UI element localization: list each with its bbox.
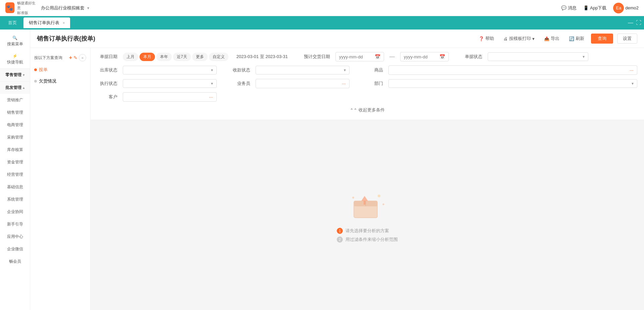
expected-date-label: 预计交货日期 bbox=[304, 54, 330, 60]
goods-select[interactable]: ··· bbox=[388, 65, 637, 75]
breadcrumb-dropdown-icon[interactable]: ▾ bbox=[87, 6, 89, 10]
sidebar-item-marketing[interactable]: 营销推广 bbox=[0, 94, 30, 106]
customer-label: 客户 bbox=[97, 94, 117, 100]
sidebar-item-wechat[interactable]: 企业微信 bbox=[0, 243, 30, 255]
status-dropdown-icon: ▾ bbox=[583, 54, 585, 59]
empty-illustration bbox=[347, 188, 387, 221]
sidebar-item-finance[interactable]: 资金管理 bbox=[0, 156, 30, 168]
department-label: 部门 bbox=[363, 81, 383, 87]
filter-row-2: 出库状态 ▾ 收款状态 ▾ 商品 ··· bbox=[97, 65, 637, 75]
message-icon: 💬 bbox=[561, 5, 567, 10]
payment-status-select[interactable]: ▾ bbox=[256, 66, 350, 74]
department-select[interactable]: ▾ bbox=[388, 79, 637, 88]
sidebar-search[interactable]: 🔍 搜索菜单 bbox=[0, 32, 30, 50]
tab-close-icon[interactable]: × bbox=[63, 21, 65, 25]
plan-item-by-order[interactable]: 按单 bbox=[30, 64, 90, 75]
payment-status-label: 收款状态 bbox=[230, 67, 250, 73]
export-icon: 📤 bbox=[544, 36, 549, 41]
svg-point-5 bbox=[378, 195, 380, 197]
sidebar-item-member[interactable]: 畅会员 bbox=[0, 255, 30, 268]
status-select[interactable]: ▾ bbox=[488, 52, 588, 61]
expected-date-to-input[interactable] bbox=[404, 54, 437, 59]
sidebar-item-appcenter[interactable]: 应用中心 bbox=[0, 230, 30, 243]
sidebar-item-system[interactable]: 系统管理 bbox=[0, 193, 30, 206]
add-plan-icon[interactable]: + bbox=[69, 55, 72, 61]
logo-icon: 🐾 bbox=[5, 2, 14, 13]
customer-select[interactable]: ··· bbox=[123, 92, 217, 102]
avatar: Ea bbox=[613, 3, 624, 13]
expected-date-from-wrap: 📅 bbox=[335, 52, 384, 61]
user-name: demo2 bbox=[625, 5, 639, 10]
edit-plan-icon[interactable]: ✎ bbox=[73, 55, 77, 60]
salesperson-label: 业务员 bbox=[230, 81, 250, 87]
sidebar-item-newuser[interactable]: 新手引导 bbox=[0, 218, 30, 230]
expected-date-to-wrap: 📅 bbox=[400, 52, 449, 61]
filter-row-3: 执行状态 ▾ 业务员 ··· 部门 ▾ bbox=[97, 79, 637, 88]
sidebar-item-wholesale[interactable]: 批发管理 ▴ bbox=[0, 81, 30, 94]
minimize-window-icon[interactable]: — bbox=[628, 20, 633, 26]
retail-arrow-icon: ▾ bbox=[23, 73, 24, 77]
sidebar-item-purchase[interactable]: 采购管理 bbox=[0, 131, 30, 144]
collapse-up-icon: ⌃⌃ bbox=[350, 108, 357, 113]
sidebar-item-enterprise[interactable]: 企业协同 bbox=[0, 206, 30, 218]
plan-item-shortage[interactable]: 欠货情况 bbox=[30, 75, 90, 87]
print-icon: 🖨 bbox=[503, 36, 508, 41]
delivery-status-label: 出库状态 bbox=[97, 67, 117, 73]
message-button[interactable]: 💬 消息 bbox=[561, 5, 577, 11]
user-profile[interactable]: Ea demo2 bbox=[613, 3, 639, 13]
delivery-status-select[interactable]: ▾ bbox=[123, 66, 217, 74]
chip-custom[interactable]: 自定义 bbox=[209, 53, 228, 61]
print-dropdown-icon: ▾ bbox=[532, 36, 535, 41]
query-button[interactable]: 查询 bbox=[591, 34, 613, 44]
page-header: 销售订单执行表(按单) ❓ 帮助 🖨 按模板打印 ▾ 📤 导出 🔄 刷新 bbox=[30, 30, 644, 48]
salesperson-select[interactable]: ··· bbox=[256, 79, 350, 88]
settings-button[interactable]: 设置 bbox=[617, 34, 637, 44]
date-chip-group: 上月 本月 本年 近7天 更多 自定义 bbox=[123, 53, 228, 61]
sidebar-item-basic-info[interactable]: 基础信息 bbox=[0, 181, 30, 193]
header-center: 办公用品行业模拟账套 ▾ bbox=[36, 5, 561, 11]
chip-this-month[interactable]: 本月 bbox=[140, 53, 155, 61]
chip-more[interactable]: 更多 bbox=[192, 53, 208, 61]
left-panel: 按以下方案查询 + ✎ « 按单 欠货情况 bbox=[30, 48, 91, 310]
execution-status-label: 执行状态 bbox=[97, 81, 117, 87]
page-actions: ❓ 帮助 🖨 按模板打印 ▾ 📤 导出 🔄 刷新 查询 设置 bbox=[476, 34, 637, 44]
tab-sales-order[interactable]: 销售订单执行表 × bbox=[23, 17, 70, 28]
sidebar-item-sales[interactable]: 销售管理 bbox=[0, 106, 30, 119]
collapse-panel-button[interactable]: « bbox=[79, 54, 86, 61]
left-panel-header: 按以下方案查询 + ✎ « bbox=[30, 51, 90, 64]
help-button[interactable]: ❓ 帮助 bbox=[476, 34, 497, 43]
sidebar-item-ecommerce[interactable]: 电商管理 bbox=[0, 119, 30, 131]
collapse-more-button[interactable]: ⌃⌃ 收起更多条件 bbox=[97, 104, 637, 116]
goods-more-icon[interactable]: ··· bbox=[630, 67, 634, 73]
export-button[interactable]: 📤 导出 bbox=[541, 34, 562, 43]
nav-tabs: 首页 销售订单执行表 × — ⛶ bbox=[0, 16, 644, 30]
expected-date-from-input[interactable] bbox=[339, 54, 373, 59]
shortcut-icon: ⚡ bbox=[12, 54, 17, 58]
goods-label: 商品 bbox=[363, 67, 383, 73]
delivery-dropdown-icon: ▾ bbox=[211, 68, 213, 72]
filter-row-4: 客户 ··· bbox=[97, 92, 637, 102]
sidebar-item-retail[interactable]: 零售管理 ▾ bbox=[0, 68, 30, 81]
date-label: 单据日期 bbox=[97, 54, 117, 60]
app-download-button[interactable]: 📱 App下载 bbox=[583, 5, 606, 11]
sidebar-shortcut[interactable]: ⚡ 快捷导航 bbox=[0, 50, 30, 68]
sidebar-item-inventory[interactable]: 库存核算 bbox=[0, 144, 30, 156]
chip-last-7-days[interactable]: 近7天 bbox=[173, 53, 191, 61]
customer-more-icon[interactable]: ··· bbox=[209, 94, 213, 100]
salesperson-more-icon[interactable]: ··· bbox=[342, 81, 346, 86]
execution-status-select[interactable]: ▾ bbox=[123, 79, 217, 88]
print-button[interactable]: 🖨 按模板打印 ▾ bbox=[501, 34, 537, 43]
date-range-text: 2023-03-01 至 2023-03-31 bbox=[236, 54, 288, 60]
tip-number-2: 2 bbox=[337, 237, 343, 243]
help-icon: ❓ bbox=[479, 36, 484, 41]
maximize-window-icon[interactable]: ⛶ bbox=[636, 20, 641, 26]
breadcrumb: 办公用品行业模拟账套 bbox=[41, 5, 85, 11]
tab-home[interactable]: 首页 bbox=[3, 17, 22, 28]
logo-text: 畅捷通好生意 标准版 bbox=[17, 1, 36, 15]
sidebar-item-operations[interactable]: 经营管理 bbox=[0, 168, 30, 181]
svg-marker-3 bbox=[361, 196, 368, 201]
chip-this-year[interactable]: 本年 bbox=[156, 53, 172, 61]
refresh-button[interactable]: 🔄 刷新 bbox=[566, 34, 587, 43]
chip-last-month[interactable]: 上月 bbox=[123, 53, 138, 61]
svg-point-6 bbox=[352, 197, 354, 199]
